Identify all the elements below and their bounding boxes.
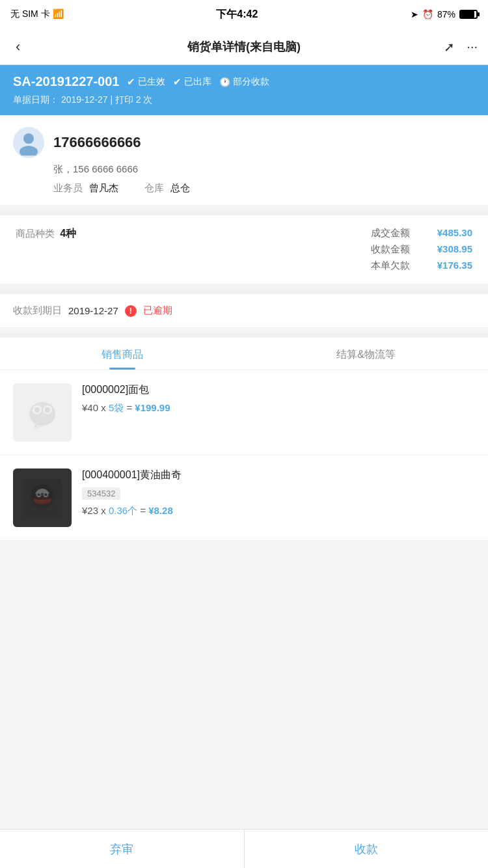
products-section: 鲸+ [0000002]面包 ¥40 x 5袋 = ¥199.99 xyxy=(0,370,488,541)
share-button[interactable]: ➚ xyxy=(444,39,455,55)
separator-1 xyxy=(0,210,488,215)
due-label: 收款到期日 xyxy=(13,305,62,317)
more-button[interactable]: ··· xyxy=(467,39,478,54)
payment-row: 收款金额 ¥308.95 xyxy=(371,243,472,256)
product-name-2: [000400001]黄油曲奇 xyxy=(82,468,475,482)
financial-stats: 成交金额 ¥485.30 收款金额 ¥308.95 本单欠款 ¥176.35 xyxy=(371,227,472,272)
product-info-2: [000400001]黄油曲奇 534532 ¥23 x 0.36个 = ¥8.… xyxy=(82,468,475,527)
svg-point-0 xyxy=(23,133,34,144)
product-sku-2: 534532 xyxy=(82,487,120,500)
order-id: SA-20191227-001 xyxy=(13,74,119,89)
product-image-1: 鲸+ xyxy=(13,383,72,442)
check-icon-2: ✔ xyxy=(173,76,182,88)
qty-value-1: 5袋 xyxy=(109,402,124,413)
order-date-row: 单据日期： 2019-12-27 | 打印 2 次 xyxy=(13,94,475,106)
total-value-1: ¥199.99 xyxy=(135,402,170,413)
amount-value: ¥485.30 xyxy=(420,227,472,239)
product-price-1: ¥40 x 5袋 = ¥199.99 xyxy=(82,402,475,414)
payment-label: 收款金额 xyxy=(371,243,410,256)
status-right: ➤ ⏰ 87% xyxy=(411,9,478,20)
print-info: | 打印 2 次 xyxy=(110,94,152,105)
warehouse-label: 仓库 xyxy=(144,182,164,193)
salesperson-name: 曾凡杰 xyxy=(89,182,118,193)
avatar xyxy=(13,127,44,158)
clock-icon: 🕐 xyxy=(219,77,230,87)
separator-2 xyxy=(0,289,488,294)
debt-value: ¥176.35 xyxy=(420,260,472,272)
product-image-2 xyxy=(13,468,72,527)
debt-label: 本单欠款 xyxy=(371,260,410,272)
category-count: 4种 xyxy=(60,228,76,239)
warehouse-name: 总仓 xyxy=(170,182,190,193)
status-shipped: ✔ 已出库 xyxy=(173,76,211,88)
svg-text:鲸+: 鲸+ xyxy=(34,424,43,429)
status-bar: 无 SIM 卡 📶 下午4:42 ➤ ⏰ 87% xyxy=(0,0,488,29)
nav-bar: ‹ 销货单详情(来自电脑) ➚ ··· xyxy=(0,29,488,65)
price-value-2: ¥23 xyxy=(82,505,98,516)
overdue-text: 已逾期 xyxy=(143,305,172,317)
confirm-button[interactable]: 收款 xyxy=(245,830,489,868)
price-value-1: ¥40 xyxy=(82,402,98,413)
due-date-row: 收款到期日 2019-12-27 ! 已逾期 xyxy=(0,294,488,327)
list-item: [000400001]黄油曲奇 534532 ¥23 x 0.36个 = ¥8.… xyxy=(0,455,488,541)
svg-point-13 xyxy=(33,493,51,500)
tabs: 销售商品 结算&物流等 xyxy=(0,338,488,370)
status-time: 下午4:42 xyxy=(216,8,258,21)
tab-sales-products[interactable]: 销售商品 xyxy=(0,338,244,370)
nav-actions: ➚ ··· xyxy=(444,39,478,55)
alarm-icon: ⏰ xyxy=(422,9,433,20)
warehouse-field: 仓库 总仓 xyxy=(144,182,190,195)
cancel-button[interactable]: 弃审 xyxy=(0,830,245,868)
bottom-bar: 弃审 收款 xyxy=(0,829,488,868)
status-left: 无 SIM 卡 📶 xyxy=(10,8,64,20)
product-info-1: [0000002]面包 ¥40 x 5袋 = ¥199.99 xyxy=(82,383,475,442)
svg-point-16 xyxy=(38,493,40,496)
category-info: 商品种类 4种 xyxy=(16,227,76,241)
overdue-icon: ! xyxy=(125,305,137,317)
category-label: 商品种类 xyxy=(16,228,55,239)
customer-top: 17666666666 xyxy=(13,127,475,158)
battery-percent: 87% xyxy=(437,9,455,20)
svg-point-6 xyxy=(45,407,50,413)
status-effective: ✔ 已生效 xyxy=(127,76,165,88)
back-button[interactable]: ‹ xyxy=(10,33,25,61)
svg-point-17 xyxy=(44,493,47,496)
total-value-2: ¥8.28 xyxy=(148,505,173,516)
location-icon: ➤ xyxy=(411,9,418,20)
customer-meta: 业务员 曾凡杰 仓库 总仓 xyxy=(53,182,475,195)
customer-id: 17666666666 xyxy=(53,134,141,151)
order-header: SA-20191227-001 ✔ 已生效 ✔ 已出库 🕐 部分收款 单据日期：… xyxy=(0,65,488,115)
page-title: 销货单详情(来自电脑) xyxy=(187,39,301,55)
check-icon-1: ✔ xyxy=(127,76,135,88)
payment-value: ¥308.95 xyxy=(420,243,472,256)
sales-label: 业务员 xyxy=(53,182,83,193)
amount-label: 成交金额 xyxy=(371,227,410,239)
customer-card: 17666666666 张，156 6666 6666 业务员 曾凡杰 仓库 总… xyxy=(0,115,488,205)
salesperson-field: 业务员 曾凡杰 xyxy=(53,182,118,195)
order-date: 2019-12-27 xyxy=(61,94,108,105)
tab-settlement[interactable]: 结算&物流等 xyxy=(244,338,488,370)
status-partial-payment: 🕐 部分收款 xyxy=(219,76,269,88)
product-name-1: [0000002]面包 xyxy=(82,383,475,397)
separator-3 xyxy=(0,332,488,338)
due-date: 2019-12-27 xyxy=(68,305,118,316)
svg-point-5 xyxy=(34,407,40,413)
qty-value-2: 0.36个 xyxy=(109,505,137,516)
debt-row: 本单欠款 ¥176.35 xyxy=(371,260,472,272)
stats-card: 商品种类 4种 成交金额 ¥485.30 收款金额 ¥308.95 本单欠款 ¥… xyxy=(0,215,488,284)
product-price-2: ¥23 x 0.36个 = ¥8.28 xyxy=(82,505,475,517)
amount-row: 成交金额 ¥485.30 xyxy=(371,227,472,239)
date-label: 单据日期： xyxy=(13,94,59,105)
svg-point-1 xyxy=(20,146,38,156)
battery-icon xyxy=(459,10,478,19)
customer-phone: 张，156 6666 6666 xyxy=(53,163,475,176)
list-item: 鲸+ [0000002]面包 ¥40 x 5袋 = ¥199.99 xyxy=(0,370,488,455)
